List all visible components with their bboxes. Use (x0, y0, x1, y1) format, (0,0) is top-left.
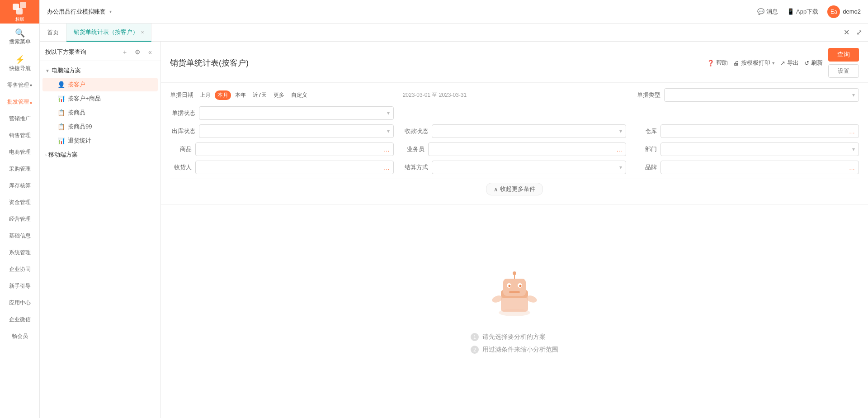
tab-bar-actions: ✕ ⤢ (841, 27, 868, 38)
tree-mobile-parent[interactable]: › 移动端方案 (40, 148, 160, 162)
department-input[interactable]: ▾ (660, 142, 859, 156)
tab-sales-stats[interactable]: 销货单统计表（按客户） × (66, 24, 151, 42)
salesperson-input[interactable]: … (428, 142, 627, 156)
order-status-filter: 单据状态 ▾ (170, 106, 394, 120)
date-options: 上月 本月 本年 近7天 更多 自定义 (197, 90, 394, 100)
refresh-action[interactable]: ↺ 刷新 (804, 59, 823, 67)
tree-item-by-goods-99[interactable]: 📋 按商品99 (42, 120, 158, 133)
tree-item-by-customer[interactable]: 👤 按客户 (42, 78, 158, 91)
salesperson-label: 业务员 (403, 145, 425, 153)
brand-more-icon[interactable]: … (849, 164, 855, 171)
tab-maximize-btn[interactable]: ⤢ (854, 27, 864, 38)
tab-close-all-btn[interactable]: ✕ (841, 27, 852, 38)
filter-row-1: 单据日期 上月 本月 本年 近7天 更多 自定义 2023-03-01 至 20… (170, 88, 859, 120)
hint-num-1: 1 (471, 333, 479, 341)
sidebar-item-wholesale[interactable]: 批发管理 ▴ (0, 94, 39, 110)
payment-status-input[interactable]: ▾ (432, 124, 627, 138)
out-status-input[interactable]: ▾ (199, 124, 394, 138)
sidebar-item-newuser[interactable]: 新手引导 (0, 278, 39, 294)
user-name: demo2 (843, 8, 861, 15)
brand-input[interactable]: … (660, 161, 859, 174)
warehouse-input[interactable]: … (660, 124, 859, 138)
return-scheme-icon: 📊 (57, 137, 65, 144)
sidebar-item-system[interactable]: 系统管理 (0, 244, 39, 261)
tab-bar: 首页 销货单统计表（按客户） × ✕ ⤢ (40, 24, 868, 42)
settlement-input[interactable]: ▾ (432, 161, 627, 174)
settings-scheme-btn[interactable]: ⚙ (132, 47, 142, 57)
message-action[interactable]: 💬 消息 (757, 8, 778, 16)
sidebar-item-quicknav[interactable]: ⚡ 快捷导航 (0, 50, 39, 77)
left-panel-header: 按以下方案查询 + ⚙ « (40, 42, 160, 61)
sidebar-item-search[interactable]: 🔍 搜索菜单 (0, 24, 39, 50)
settlement-dropdown-icon: ▾ (619, 164, 622, 171)
print-icon: 🖨 (733, 60, 739, 66)
empty-hint-2: 2 用过滤条件来缩小分析范围 (471, 346, 558, 354)
order-type-input[interactable]: ▾ (664, 88, 859, 102)
empty-hint-1: 1 请先选择要分析的方案 (471, 333, 558, 341)
sidebar-item-wechat[interactable]: 企业微信 (0, 311, 39, 328)
sidebar-item-finance[interactable]: 资金管理 (0, 194, 39, 211)
tree-item-return-stats[interactable]: 📊 退货统计 (42, 134, 158, 147)
sidebar-item-inventory[interactable]: 库存核算 (0, 177, 39, 194)
warehouse-more-icon[interactable]: … (849, 128, 855, 135)
out-status-dropdown-icon: ▾ (387, 128, 390, 134)
tree-item-by-customer-goods[interactable]: 📊 按客户+商品 (42, 92, 158, 105)
sidebar-item-sales[interactable]: 销售管理 (0, 127, 39, 144)
salesperson-filter: 业务员 … (403, 142, 627, 156)
tree-item-by-goods[interactable]: 📋 按商品 (42, 106, 158, 119)
payment-status-filter: 收款状态 ▾ (403, 124, 627, 138)
breadcrumb-area: 办公用品行业模拟账套 ▾ (47, 8, 112, 16)
sidebar-item-operation[interactable]: 经营管理 (0, 211, 39, 228)
salesperson-more-icon[interactable]: … (616, 146, 622, 153)
content-area: 按以下方案查询 + ⚙ « ▼ 电脑端方案 👤 按客户 📊 (40, 42, 868, 418)
help-action[interactable]: ❓ 帮助 (707, 59, 728, 67)
sidebar-item-appcenter[interactable]: 应用中心 (0, 294, 39, 311)
app-download-action[interactable]: 📱 App下载 (787, 8, 818, 16)
sidebar-item-basic[interactable]: 基础信息 (0, 228, 39, 244)
collapse-up-icon: ∧ (494, 186, 498, 193)
goods-input[interactable]: … (195, 142, 394, 156)
logo-icon (12, 1, 28, 15)
tab-home[interactable]: 首页 (40, 24, 66, 42)
sidebar-item-marketing[interactable]: 营销推广 (0, 110, 39, 127)
template-print-action[interactable]: 🖨 按模板打印 ▾ (733, 59, 775, 67)
date-this-year-btn[interactable]: 本年 (232, 90, 249, 100)
tree-desktop-parent[interactable]: ▼ 电脑端方案 (40, 64, 160, 77)
tree-desktop-arrow: ▼ (45, 68, 50, 73)
empty-state: 1 请先选择要分析的方案 2 用过滤条件来缩小分析范围 (161, 205, 868, 418)
tree-item-return-stats-label: 退货统计 (68, 137, 91, 145)
add-scheme-btn[interactable]: + (120, 47, 130, 57)
sidebar-item-retail[interactable]: 零售管理 ▾ (0, 77, 39, 94)
settings-button[interactable]: 设置 (828, 64, 859, 78)
tab-close-icon[interactable]: × (141, 29, 144, 35)
sidebar-item-ecom[interactable]: 电商管理 (0, 144, 39, 161)
goods99-scheme-icon: 📋 (57, 123, 65, 130)
sidebar-item-purchase[interactable]: 采购管理 (0, 161, 39, 177)
date-custom-btn[interactable]: 自定义 (288, 90, 310, 100)
goods-more-icon[interactable]: … (384, 146, 390, 153)
date-more-btn[interactable]: 更多 (271, 90, 287, 100)
recipient-more-icon[interactable]: … (384, 164, 390, 171)
export-action[interactable]: ↗ 导出 (780, 59, 799, 67)
warehouse-filter: 仓库 … (635, 124, 859, 138)
sidebar-item-enterprise[interactable]: 企业协同 (0, 261, 39, 278)
recipient-input[interactable]: … (195, 161, 394, 174)
breadcrumb-arrow-icon[interactable]: ▾ (109, 9, 112, 14)
goods-label: 商品 (170, 145, 192, 153)
date-last-month-btn[interactable]: 上月 (197, 90, 213, 100)
collapse-filters-btn[interactable]: ∧ 收起更多条件 (486, 183, 543, 195)
order-status-input[interactable]: ▾ (199, 106, 394, 120)
query-button[interactable]: 查询 (828, 48, 859, 62)
right-panel: 销货单统计表(按客户) ❓ 帮助 🖨 按模板打印 ▾ ↗ 导出 (161, 42, 868, 418)
user-profile[interactable]: Ea demo2 (827, 5, 861, 18)
svg-rect-7 (503, 279, 526, 296)
empty-illustration (487, 270, 542, 324)
svg-point-10 (509, 285, 511, 287)
filter-area: 单据日期 上月 本月 本年 近7天 更多 自定义 2023-03-01 至 20… (161, 83, 868, 205)
sidebar-item-member[interactable]: 畅会员 (0, 328, 39, 345)
tree-item-by-customer-goods-label: 按客户+商品 (68, 95, 101, 103)
date-last-7-days-btn[interactable]: 近7天 (250, 90, 269, 100)
brand-filter: 品牌 … (635, 161, 859, 174)
date-this-month-btn[interactable]: 本月 (215, 90, 231, 100)
collapse-panel-btn[interactable]: « (145, 47, 155, 57)
